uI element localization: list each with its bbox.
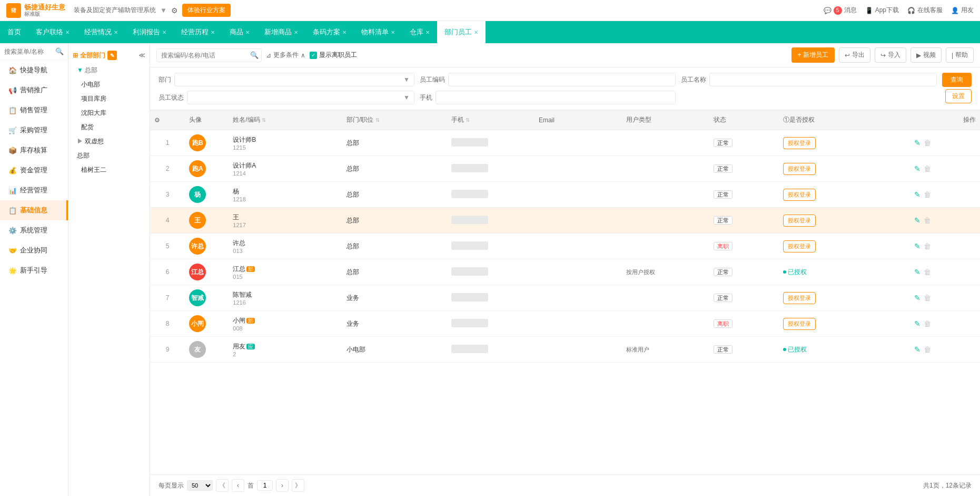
user-item[interactable]: 👤 用友 [951, 6, 974, 15]
app-download-item[interactable]: 📱 App下载 [865, 6, 899, 15]
dept-item-peihuo[interactable]: 配货 [68, 120, 150, 134]
col-name[interactable]: 姓名/编码 ⇅ [229, 110, 342, 130]
edit-button[interactable]: ✎ [914, 319, 920, 328]
first-page-btn[interactable]: 《 [216, 479, 229, 492]
col-settings[interactable]: ⚙ [150, 110, 185, 130]
auth-btn[interactable]: 授权登录 [783, 163, 816, 175]
nav-item-bom[interactable]: 物料清单 ✕ [354, 21, 402, 43]
sidebar-item-quick-nav[interactable]: 🏠 快捷导航 [0, 60, 68, 80]
dept-filter-select[interactable]: ▼ [174, 73, 414, 86]
search-btn-icon[interactable]: 🔍 [250, 51, 259, 59]
nav-item-home[interactable]: 首页 [0, 21, 28, 43]
dept-item-zhishu[interactable]: 植树王二 [68, 163, 150, 177]
dropdown-icon[interactable]: ▼ [160, 6, 167, 14]
sidebar-item-finance[interactable]: 💰 资金管理 [0, 160, 68, 180]
delete-button[interactable]: 🗑 [924, 139, 931, 147]
setting-button[interactable]: 设置 [945, 89, 972, 103]
nav-item-goods[interactable]: 商品 ✕ [222, 21, 257, 43]
dept-edit-icon[interactable]: ✎ [107, 51, 117, 60]
nav-item-customer[interactable]: 客户联络 ✕ [28, 21, 77, 43]
sidebar-item-collaboration[interactable]: 🤝 企业协同 [0, 240, 68, 260]
search-button[interactable]: 查询 [942, 73, 972, 87]
export-button[interactable]: ↩ 导出 [839, 47, 870, 63]
employee-search-input[interactable] [156, 48, 262, 62]
nav-item-add-goods[interactable]: 新增商品 ✕ [257, 21, 305, 43]
auth-btn[interactable]: 授权登录 [783, 292, 816, 304]
nav-item-barcode[interactable]: 条码方案 ✕ [305, 21, 354, 43]
sidebar-item-sales[interactable]: 📋 销售管理 [0, 100, 68, 120]
collapse-icon[interactable]: ≪ [138, 52, 145, 59]
sidebar-item-basic-info[interactable]: 📋 基础信息 [0, 200, 68, 220]
sidebar-item-marketing[interactable]: 📢 营销推广 [0, 80, 68, 100]
col-phone[interactable]: 手机 ⇅ [447, 110, 534, 130]
delete-button[interactable]: 🗑 [924, 216, 931, 225]
user-label: 用友 [961, 6, 974, 15]
nav-item-operation[interactable]: 经营情况 ✕ [77, 21, 125, 43]
edit-button[interactable]: ✎ [914, 294, 920, 302]
delete-button[interactable]: 🗑 [924, 242, 931, 250]
edit-button[interactable]: ✎ [914, 242, 920, 250]
user-type-cell [622, 285, 709, 311]
sidebar-item-purchase[interactable]: 🛒 采购管理 [0, 120, 68, 140]
view-button[interactable]: ▶ 视频 [910, 47, 942, 63]
settings-icon[interactable]: ⚙ [171, 6, 178, 15]
dept-item-zongbu[interactable]: 总部 [68, 149, 150, 163]
dept-item-xiangmu[interactable]: 项目库房 [68, 92, 150, 106]
online-service-item[interactable]: 🎧 在线客服 [907, 6, 943, 15]
auth-btn[interactable]: 授权登录 [783, 318, 816, 330]
import-button[interactable]: ↪ 导入 [875, 47, 906, 63]
next-page-btn[interactable]: › [276, 479, 289, 492]
edit-button[interactable]: ✎ [914, 268, 920, 276]
status-cell: 正常 [709, 337, 779, 363]
edit-button[interactable]: ✎ [914, 164, 920, 173]
sidebar-item-system[interactable]: ⚙️ 系统管理 [0, 220, 68, 240]
auth-btn[interactable]: 授权登录 [783, 240, 816, 252]
nav-item-employees[interactable]: 部门员工 ✕ [437, 21, 486, 43]
sidebar-item-management[interactable]: 📊 经营管理 [0, 180, 68, 200]
delete-button[interactable]: 🗑 [924, 190, 931, 199]
auth-btn[interactable]: 授权登录 [783, 189, 816, 201]
edit-button[interactable]: ✎ [914, 345, 920, 354]
delete-button[interactable]: 🗑 [924, 345, 931, 354]
delete-button[interactable]: 🗑 [924, 268, 931, 276]
help-button[interactable]: | 帮助 [946, 47, 974, 63]
delete-button[interactable]: 🗑 [924, 164, 931, 173]
auth-btn[interactable]: 授权登录 [783, 215, 816, 227]
prev-page-btn[interactable]: ‹ [232, 479, 244, 492]
nav-item-warehouse[interactable]: 仓库 ✕ [402, 21, 437, 43]
dept-item-zongbu-parent[interactable]: ▼ 总部 [68, 63, 150, 77]
delete-button[interactable]: 🗑 [924, 319, 931, 328]
edit-button[interactable]: ✎ [914, 190, 920, 199]
auth-btn[interactable]: 授权登录 [783, 137, 816, 149]
trial-button[interactable]: 体验行业方案 [182, 4, 231, 17]
dept-item-shenyang[interactable]: 沈阳大库 [68, 106, 150, 120]
email-cell [534, 130, 622, 156]
emp-name-input[interactable] [709, 73, 937, 86]
status-filter-select[interactable]: ▼ [187, 91, 414, 104]
nav-item-history[interactable]: 经营历程 ✕ [174, 21, 222, 43]
dept-item-shuangxu[interactable]: ▶ 双虚想 [68, 134, 150, 149]
nav-item-profit[interactable]: 利润报告 ✕ [125, 21, 174, 43]
show-resigned-toggle[interactable]: ✓ 显示离职员工 [310, 51, 357, 60]
more-filter-btn[interactable]: ⊿ 更多条件 ∧ [266, 51, 305, 60]
page-number-input[interactable] [257, 480, 273, 491]
dept-cell: 总部 [342, 130, 447, 156]
dept-badge: 部 [246, 318, 255, 324]
search-input[interactable] [4, 48, 53, 55]
emp-code-input[interactable] [448, 73, 676, 86]
employee-code: 1216 [233, 299, 338, 306]
add-employee-button[interactable]: + 新增员工 [791, 47, 835, 63]
edit-button[interactable]: ✎ [914, 216, 920, 225]
last-page-btn[interactable]: 》 [292, 479, 304, 492]
message-item[interactable]: 💬 5 消息 [824, 6, 857, 15]
page-size-select[interactable]: 50 20 100 [187, 480, 213, 491]
col-dept[interactable]: 部门/职位 ⇅ [342, 110, 447, 130]
sidebar-item-inventory[interactable]: 📦 库存核算 [0, 140, 68, 160]
user-type-cell [622, 208, 709, 234]
toolbar: 🔍 ⊿ 更多条件 ∧ ✓ 显示离职员工 + 新增员工 [150, 43, 980, 67]
edit-button[interactable]: ✎ [914, 139, 920, 147]
dept-item-xiaodian[interactable]: 小电部 [68, 77, 150, 92]
delete-button[interactable]: 🗑 [924, 294, 931, 302]
phone-input[interactable] [435, 91, 676, 104]
sidebar-item-guide[interactable]: 🌟 新手引导 [0, 260, 68, 280]
